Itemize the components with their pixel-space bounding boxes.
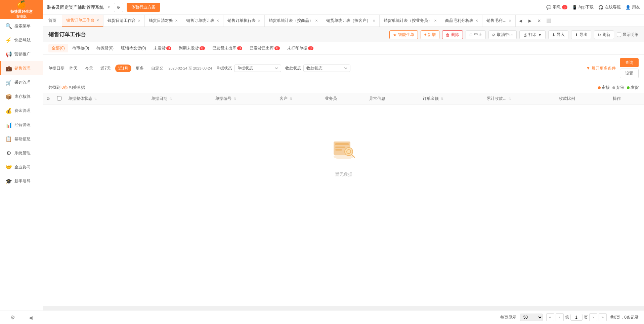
yesterday-btn[interactable]: 昨天 bbox=[67, 65, 81, 72]
sidebar-item-新手引导[interactable]: 🎓 新手引导 bbox=[0, 174, 43, 188]
sort-icon[interactable]: ⇅ bbox=[441, 97, 443, 100]
online-service-btn[interactable]: 🎧 在线客服 bbox=[598, 4, 621, 10]
refresh-btn[interactable]: ↻ 刷新 bbox=[594, 30, 614, 39]
sidebar-item-销售管理[interactable]: 💼 销售管理 bbox=[0, 61, 43, 75]
topbar-settings-btn[interactable]: ⚙ bbox=[114, 3, 123, 12]
print-btn[interactable]: 🖨 打印 ▼ bbox=[519, 30, 546, 39]
sub-tab-3[interactable]: 旺铺待发货(0) bbox=[118, 44, 149, 52]
tab-10[interactable]: 销售毛利…✕ bbox=[482, 15, 516, 27]
tab-close-7[interactable]: ✕ bbox=[373, 19, 375, 23]
sidebar-item-搜索菜单[interactable]: 🔍 搜索菜单 bbox=[0, 19, 43, 33]
tab-8[interactable]: 销货单统计表（按业务员）✕ bbox=[380, 15, 441, 27]
import-btn[interactable]: ⬇ 导入 bbox=[548, 30, 568, 39]
tab-close-2[interactable]: ✕ bbox=[138, 19, 140, 23]
status-select[interactable]: 单据状态 bbox=[234, 65, 281, 72]
tabs-prev-btn[interactable]: ◀ bbox=[516, 16, 525, 26]
logo-name: 畅捷通好生意 bbox=[10, 9, 33, 14]
today-btn[interactable]: 今天 bbox=[82, 65, 96, 72]
sidebar-settings-icon[interactable]: ⚙ bbox=[10, 314, 15, 321]
sub-tab-1[interactable]: 待审核(0) bbox=[69, 44, 93, 52]
sidebar-item-企业协同[interactable]: 🤝 企业协同 bbox=[0, 160, 43, 174]
tab-0[interactable]: 首页 bbox=[43, 15, 62, 27]
tabs-maximize-btn[interactable]: ⬜ bbox=[544, 16, 553, 26]
cancel-suspend-btn[interactable]: ⊘ 取消中止 bbox=[488, 30, 517, 39]
sidebar-collapse-icon[interactable]: ◀ bbox=[29, 315, 33, 320]
next-page-btn[interactable]: › bbox=[589, 313, 597, 321]
review-op-btn[interactable]: 审核 bbox=[598, 85, 610, 90]
sidebar-item-经营管理[interactable]: 📊 经营管理 bbox=[0, 118, 43, 132]
sort-icon[interactable]: ⇅ bbox=[508, 97, 511, 100]
suspend-btn[interactable]: ⊙ 中止 bbox=[466, 30, 486, 39]
export-btn[interactable]: ⬆ 导出 bbox=[571, 30, 591, 39]
sort-icon[interactable]: ⇅ bbox=[290, 97, 292, 100]
page-size-select[interactable]: 50 10 20 100 bbox=[520, 314, 543, 321]
expand-more-btn[interactable]: ▼ 展开更多条件 bbox=[586, 66, 616, 71]
sidebar-label-5: 库存核算 bbox=[14, 94, 31, 99]
sidebar-item-快捷导航[interactable]: ⚡ 快捷导航 bbox=[0, 33, 43, 47]
ship-op-btn[interactable]: 发货 bbox=[627, 85, 639, 90]
tab-3[interactable]: 钱货日清对账✕ bbox=[145, 15, 182, 27]
custom-date-btn[interactable]: 自定义 bbox=[148, 65, 166, 72]
sub-tab-4[interactable]: 未发货0 bbox=[150, 44, 175, 52]
sidebar-label-6: 资金管理 bbox=[14, 108, 31, 114]
tab-9[interactable]: 商品毛利分析表✕ bbox=[441, 15, 482, 27]
tab-close-9[interactable]: ✕ bbox=[475, 19, 478, 23]
sort-icon[interactable]: ⇅ bbox=[233, 97, 236, 100]
experience-btn[interactable]: 体验行业方案 bbox=[127, 3, 160, 12]
tab-5[interactable]: 销售订单执行表✕ bbox=[223, 15, 265, 27]
more-date-btn[interactable]: 更多 bbox=[133, 65, 147, 72]
first-page-btn[interactable]: « bbox=[546, 313, 554, 321]
topbar-right: 💬 消息 6 📱 App下载 🎧 在线客服 👤 用友 bbox=[546, 4, 640, 10]
sub-tab-5[interactable]: 到期未发货0 bbox=[175, 44, 208, 52]
tab-6[interactable]: 销货单统计表（按商品）✕ bbox=[265, 15, 322, 27]
sidebar-item-资金管理[interactable]: 💰 资金管理 bbox=[0, 104, 43, 118]
sort-icon[interactable]: ⇅ bbox=[94, 97, 97, 100]
sub-tab-6[interactable]: 已发货未出库0 bbox=[209, 44, 246, 52]
table-ops: 审核 弃审 发货 bbox=[598, 85, 639, 90]
sub-tab-2[interactable]: 待拣货(0) bbox=[93, 44, 117, 52]
prev-page-btn[interactable]: ‹ bbox=[556, 313, 564, 321]
tab-close-1[interactable]: ✕ bbox=[96, 18, 99, 22]
tab-close-4[interactable]: ✕ bbox=[216, 19, 219, 23]
page-input[interactable] bbox=[570, 314, 583, 321]
smart-generate-btn[interactable]: ★ 智能生单 bbox=[389, 30, 418, 39]
tab-close-8[interactable]: ✕ bbox=[434, 19, 437, 23]
sidebar-item-系统管理[interactable]: ⚙ 系统管理 bbox=[0, 146, 43, 160]
th-settings[interactable]: ⚙ bbox=[43, 93, 54, 105]
tab-close-10[interactable]: ✕ bbox=[509, 19, 511, 23]
tab-2[interactable]: 钱货日清工作台✕ bbox=[103, 15, 145, 27]
revoke-op-btn[interactable]: 弃审 bbox=[612, 85, 624, 90]
query-btn[interactable]: 查询 bbox=[620, 58, 639, 67]
tabs-close-btn[interactable]: ✕ bbox=[534, 16, 544, 26]
tabs-next-btn[interactable]: ▶ bbox=[525, 16, 534, 26]
show-detail-check[interactable]: 显示明细 bbox=[617, 32, 639, 38]
filter-setting-btn[interactable]: 设置 bbox=[620, 69, 639, 78]
sort-icon[interactable]: ⇅ bbox=[169, 97, 172, 100]
detail-checkbox[interactable] bbox=[617, 33, 621, 37]
th-check[interactable] bbox=[54, 93, 65, 105]
tab-close-5[interactable]: ✕ bbox=[258, 19, 260, 23]
last1month-btn[interactable]: 近1月 bbox=[115, 65, 132, 72]
app-download-btn[interactable]: 📱 App下载 bbox=[572, 4, 594, 10]
delete-btn[interactable]: 🗑 删除 bbox=[442, 30, 463, 39]
sidebar-item-库存核算[interactable]: 📦 库存核算 bbox=[0, 89, 43, 104]
sub-tab-7[interactable]: 已发货已出库0 bbox=[246, 44, 283, 52]
horizontal-scrollbar[interactable] bbox=[43, 306, 644, 310]
sub-tab-0[interactable]: 全部(0) bbox=[48, 44, 68, 52]
select-all-check[interactable] bbox=[57, 96, 61, 100]
sub-tab-8[interactable]: 未打印单据0 bbox=[284, 44, 317, 52]
tab-1[interactable]: 销售订单工作台✕ bbox=[62, 15, 103, 27]
message-btn[interactable]: 💬 消息 6 bbox=[546, 4, 567, 10]
sidebar-item-营销推广[interactable]: 📢 营销推广 bbox=[0, 47, 43, 61]
tab-7[interactable]: 销货单统计表（按客户）✕ bbox=[322, 15, 380, 27]
tab-close-6[interactable]: ✕ bbox=[315, 19, 318, 23]
tab-4[interactable]: 销售订单统计表✕ bbox=[182, 15, 223, 27]
last-page-btn[interactable]: » bbox=[599, 313, 607, 321]
last7days-btn[interactable]: 近7天 bbox=[97, 65, 114, 72]
user-btn[interactable]: 👤 用友 bbox=[626, 4, 640, 10]
add-btn[interactable]: + 新增 bbox=[421, 30, 439, 39]
payment-select[interactable]: 收款状态 bbox=[303, 65, 350, 72]
sidebar-item-采购管理[interactable]: 🛒 采购管理 bbox=[0, 75, 43, 89]
tab-close-3[interactable]: ✕ bbox=[175, 19, 178, 23]
sidebar-item-基础信息[interactable]: 📋 基础信息 bbox=[0, 132, 43, 146]
